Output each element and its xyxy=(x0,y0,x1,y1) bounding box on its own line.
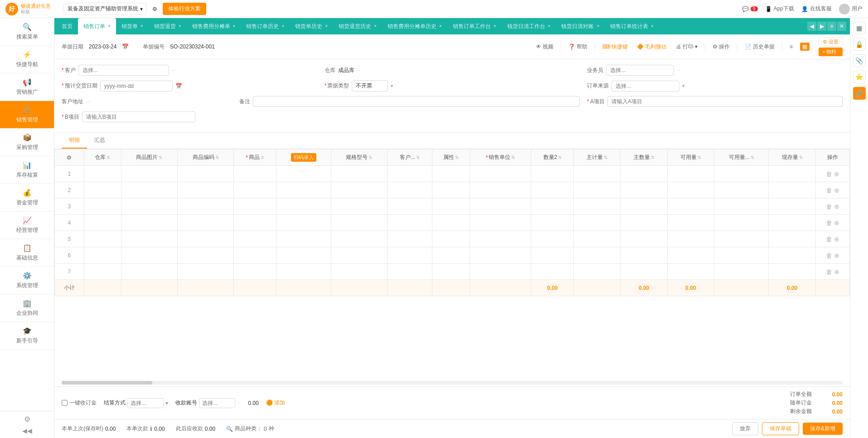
tab-9[interactable]: 销售订单工作台× xyxy=(447,18,502,34)
copy-icon-1[interactable]: ⊕ xyxy=(834,170,839,178)
scan-btn[interactable]: 扫码录入 xyxy=(291,153,316,162)
copy-icon-3[interactable]: ⊕ xyxy=(834,203,839,210)
tab-close-6[interactable]: × xyxy=(325,18,328,34)
online-service-btn[interactable]: 👤 在线客服 xyxy=(801,5,832,13)
order-source-arrow[interactable]: ▾ xyxy=(682,83,684,88)
message-btn[interactable]: 💬 9 xyxy=(742,6,758,12)
tab-close-8[interactable]: × xyxy=(439,18,442,34)
customer-input[interactable] xyxy=(78,65,169,76)
delete-icon-2[interactable]: 🗑 xyxy=(826,187,832,194)
right-panel-panel4[interactable]: ⭐ xyxy=(853,71,866,83)
sidebar-item-system[interactable]: ⚙️系统管理 xyxy=(0,267,54,294)
tab-10[interactable]: 钱货日清工作台× xyxy=(502,18,556,34)
tab-close-4[interactable]: × xyxy=(233,18,236,34)
payment-method-input[interactable] xyxy=(127,398,164,408)
sidebar-settings-icon[interactable]: ⚙ xyxy=(24,415,30,424)
save-draft-btn[interactable]: 保存草稿 xyxy=(762,422,799,435)
remark-input[interactable] xyxy=(253,96,580,107)
delete-icon-6[interactable]: 🗑 xyxy=(826,252,832,259)
tab-close-11[interactable]: × xyxy=(596,18,599,34)
tab-close-10[interactable]: × xyxy=(548,18,551,34)
sidebar-item-search[interactable]: 🔍搜索菜单 xyxy=(0,18,54,46)
settings-icon[interactable]: ⚙ xyxy=(150,4,159,14)
tab-4[interactable]: 销售费用分摊单× xyxy=(187,18,241,34)
copy-icon-4[interactable]: ⊕ xyxy=(834,219,839,226)
right-panel-panel5[interactable]: 🔗 xyxy=(853,87,866,100)
history-btn[interactable]: 📄 历史单据 xyxy=(743,42,776,52)
add-btn[interactable]: 🟠 添加 xyxy=(266,399,285,407)
tab-close-7[interactable]: × xyxy=(374,18,377,34)
delete-icon-5[interactable]: 🗑 xyxy=(826,236,832,243)
help-btn[interactable]: ❓ 帮助 xyxy=(567,42,589,52)
right-panel-panel2[interactable]: 🔒 xyxy=(853,38,866,51)
tab-close-2[interactable]: × xyxy=(141,18,143,34)
tab-1[interactable]: 销售订单× xyxy=(78,18,116,34)
tab-11[interactable]: 钱货日清对账× xyxy=(556,18,605,34)
tab-0[interactable]: 首页 xyxy=(56,18,78,34)
save-new-btn[interactable]: 保存&新增 xyxy=(803,423,843,435)
receipt-dots[interactable]: ··· xyxy=(237,400,241,405)
sidebar-item-quick[interactable]: ⚡快捷导航 xyxy=(0,46,54,73)
delivery-date-input[interactable] xyxy=(100,81,173,91)
tab-summary[interactable]: 汇总 xyxy=(87,133,112,149)
copy-icon-2[interactable]: ⊕ xyxy=(834,187,839,194)
operations-btn[interactable]: ⚙ 操作 xyxy=(711,42,732,52)
order-source-input[interactable] xyxy=(611,81,679,91)
tab-close-9[interactable]: × xyxy=(494,18,496,34)
copy-icon-5[interactable]: ⊕ xyxy=(834,236,839,243)
tab-6[interactable]: 销货单历史× xyxy=(290,18,333,34)
sidebar-item-marketing[interactable]: 📢营销推广 xyxy=(0,73,54,101)
tab-close-all-btn[interactable]: ✕ xyxy=(837,22,846,31)
copy-icon-6[interactable]: ⊕ xyxy=(834,252,839,259)
tab-menu-btn[interactable]: ≡ xyxy=(827,22,836,31)
tab-3[interactable]: 销货退货× xyxy=(149,18,187,34)
calendar-icon[interactable]: 📅 xyxy=(122,43,129,50)
delete-icon-4[interactable]: 🗑 xyxy=(826,219,832,226)
tab-8[interactable]: 销售费用分摊单历史× xyxy=(382,18,447,34)
view-toggle-btn[interactable]: ≡ xyxy=(788,43,795,51)
industry-button[interactable]: 体验行业方案 xyxy=(163,3,206,15)
a-project-input[interactable] xyxy=(607,96,843,107)
delete-icon-1[interactable]: 🗑 xyxy=(826,170,832,178)
address-dots[interactable]: ··· xyxy=(86,99,90,104)
payment-method-arrow[interactable]: ▾ xyxy=(165,400,168,406)
view-btn[interactable]: 👁 视频 xyxy=(534,42,555,52)
tab-close-5[interactable]: × xyxy=(281,18,284,34)
tab-5[interactable]: 销售订单历史× xyxy=(241,18,290,34)
tab-7[interactable]: 销货退货历史× xyxy=(333,18,382,34)
staff-dots[interactable]: ··· xyxy=(677,68,680,73)
sidebar-item-inventory[interactable]: 📊库存核算 xyxy=(0,156,54,184)
staff-input[interactable] xyxy=(606,65,674,76)
delete-icon-3[interactable]: 🗑 xyxy=(826,203,832,210)
one-click-check[interactable] xyxy=(62,400,68,406)
right-panel-panel1[interactable]: ▦ xyxy=(853,22,866,34)
sidebar-item-finance[interactable]: 💰资金管理 xyxy=(0,184,54,212)
tab-next-btn[interactable]: ▶ xyxy=(817,22,826,31)
system-selector[interactable]: 装备及固定资产辅助管理系统 ▾ xyxy=(63,3,147,15)
tab-prev-btn[interactable]: ◀ xyxy=(807,22,816,31)
calendar-icon2[interactable]: 📅 xyxy=(175,83,182,89)
invoice-type-arrow[interactable]: ▾ xyxy=(391,83,393,88)
tab-close-3[interactable]: × xyxy=(179,18,181,34)
copy-icon-7[interactable]: ⊕ xyxy=(834,268,839,275)
delete-icon-7[interactable]: 🗑 xyxy=(826,268,832,275)
user-btn[interactable]: 用户 xyxy=(839,4,863,14)
receipt-account-input[interactable] xyxy=(199,398,235,408)
warehouse-dots[interactable]: ··· xyxy=(357,68,361,73)
shortcuts-btn[interactable]: ⌨ 快捷键 xyxy=(601,42,630,52)
sidebar-item-purchase[interactable]: 📦采购管理 xyxy=(0,129,54,156)
sidebar-item-enterprise[interactable]: 🏢企业协同 xyxy=(0,294,54,322)
profit-preview-btn[interactable]: 🔶 毛利预估 xyxy=(635,42,669,52)
tab-close-1[interactable]: × xyxy=(108,18,111,34)
grid-toggle-btn[interactable]: ▦ xyxy=(800,43,810,51)
sidebar-item-operation[interactable]: 📈经营管理 xyxy=(0,212,54,239)
sidebar-item-newbie[interactable]: 🎓新手引导 xyxy=(0,322,54,350)
sidebar-item-base[interactable]: 📋基础信息 xyxy=(0,239,54,267)
settings-panel-btn[interactable]: ⚙ 设置 xyxy=(819,37,843,47)
sidebar-item-sales[interactable]: 🛒销售管理 xyxy=(0,101,54,129)
tab-detail[interactable]: 明细 xyxy=(62,133,87,149)
customer-dots[interactable]: ··· xyxy=(172,68,175,73)
tab-close-12[interactable]: × xyxy=(651,18,654,34)
print-btn[interactable]: 🖨 打印 ▾ xyxy=(674,42,699,52)
tab-2[interactable]: 销货单× xyxy=(116,18,149,34)
